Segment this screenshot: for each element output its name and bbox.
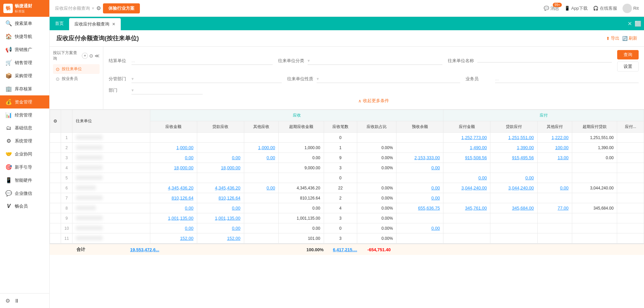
sidebar-item-search[interactable]: 🔍 搜索菜单 [0,17,49,30]
link-cell[interactable]: 1,000.00 [176,145,194,150]
link-cell[interactable]: 13.00 [557,155,569,160]
link-cell[interactable]: 1,251,551.00 [508,135,534,140]
sidebar-item-member[interactable]: V 畅会员 [0,200,49,213]
tab-maximize-icon[interactable]: ⬜ [635,20,641,27]
link-cell[interactable]: 1,000.00 [258,145,275,150]
service-action[interactable]: 🎧 在线客服 [593,5,617,11]
link-cell[interactable]: 1,390.00 [517,145,534,150]
export-icon: ⬆ [606,36,610,41]
unit-category-input[interactable]: ▾ [308,57,442,65]
data-table: ⚙ 往来单位 应收 应付 应收金额 贷款应收 其他应收 超期应收金额 [50,109,644,244]
tab-close-icon[interactable]: ✕ [112,22,115,27]
footer-prepay-balance[interactable]: 6,417,215.... [327,247,361,252]
settings-group-btn[interactable]: ⊙ [89,53,93,58]
link-cell[interactable]: 1,001,135.00 [215,216,240,221]
link-cell[interactable]: 810,126.64 [219,195,240,201]
unit-name-cell [72,223,150,233]
collapse-bar[interactable]: ∧ 收起更多条件 [109,96,639,106]
link-cell[interactable]: 18,000.00 [174,165,194,170]
dept-input[interactable]: ▾ [131,86,203,94]
link-cell[interactable]: 18,000.00 [221,165,240,170]
link-cell[interactable]: 1,490.00 [470,145,487,150]
link-cell[interactable]: 0.00 [232,155,240,160]
sidebar-collapse-icon[interactable]: ⏸ [14,298,19,304]
link-cell[interactable]: 0.00 [232,206,240,211]
link-cell[interactable]: 0.00 [431,226,440,231]
overdue-recv-header: 超期应收金额 [279,121,324,133]
sidebar-item-corp[interactable]: 🤝 企业协同 [0,147,49,161]
sidebar-item-system[interactable]: ⚙ 系统管理 [0,134,49,147]
link-cell[interactable]: 1,252,773.00 [462,135,487,140]
table-settings-icon[interactable]: ⚙ [53,119,57,124]
sidebar-item-operation[interactable]: 📊 经营管理 [0,108,49,122]
settlement-unit-input[interactable]: ... [131,57,273,65]
link-cell[interactable]: 0.00 [267,155,275,160]
tab-query[interactable]: 应收应付余额查询 ✕ [69,18,121,30]
collapse-group-btn[interactable]: ≪ [95,53,100,58]
link-cell[interactable]: 655,636.75 [418,206,440,211]
link-cell[interactable]: 0.00 [478,175,487,180]
sidebar-item-sales[interactable]: 🛒 销售管理 [0,56,49,69]
tab-close-window-icon[interactable]: ✕ [628,20,632,27]
message-action[interactable]: 💬 消息 99+ [544,5,559,11]
query-item-by-unit[interactable]: ⊙ 按往来单位 [53,64,100,74]
filter-row-3: 部门 ▾ [109,86,639,94]
sidebar-settings-icon[interactable]: ⚙ [5,298,10,304]
sidebar-item-inventory[interactable]: 🏢 库存核算 [0,82,49,95]
link-cell[interactable]: 4,345,436.20 [168,185,194,190]
link-cell[interactable]: 810,126.64 [172,195,194,201]
link-cell[interactable]: 0.00 [185,206,193,211]
sidebar-item-finance[interactable]: 💰 资金管理 [0,95,49,108]
header-settings-icon[interactable]: ⚙ [96,5,101,11]
link-cell[interactable]: 0.00 [431,185,440,190]
sidebar-item-nav[interactable]: 🏠 快捷导航 [0,30,49,43]
sidebar-item-guide[interactable]: 🎯 新手引导 [0,161,49,174]
link-cell[interactable]: 3,044,240.00 [462,185,487,190]
link-cell[interactable]: 77.00 [557,206,569,211]
link-cell[interactable]: 0.00 [431,195,440,201]
link-cell[interactable]: 0.00 [185,155,193,160]
link-cell[interactable]: 4,345,436.20 [215,185,240,190]
link-cell[interactable]: 915,495.56 [512,155,534,160]
link-cell[interactable]: 1,001,135.00 [168,216,194,221]
link-cell[interactable]: 100.00 [555,145,569,150]
link-cell[interactable]: 345,761.00 [465,206,487,211]
link-cell[interactable]: 345,684.00 [512,206,534,211]
query-button[interactable]: 查询 [617,50,639,59]
sidebar-item-purchase[interactable]: 📦 采购管理 [0,69,49,82]
link-cell[interactable]: 0.00 [267,185,275,190]
unit-nature-input[interactable]: ▾ [317,75,460,83]
link-cell[interactable]: 915,508.56 [465,155,487,160]
filter-row-2: 分管部门 ▾ 往来单位性质 ▾ 业务员 [109,75,639,83]
export-button[interactable]: ⬆ 导出 [606,35,620,41]
settings-button[interactable]: 设置 [617,61,639,72]
recv-ratio-header: 应收款占比 [357,121,396,133]
query-item-by-staff[interactable]: ⊙ 按业务员 [53,74,100,84]
unit-name-input[interactable] [477,59,612,62]
sidebar-item-basic[interactable]: 🗂 基础信息 [0,122,49,134]
link-cell[interactable]: 0.00 [185,226,193,231]
link-cell[interactable]: 0.00 [431,165,440,170]
link-cell[interactable]: 3,044,240.00 [508,185,534,190]
link-cell[interactable]: 0.00 [232,226,240,231]
tab-home[interactable]: 首页 [50,17,69,30]
user-area[interactable]: Rit [623,4,639,13]
settings-header[interactable]: ⚙ [50,110,61,133]
refresh-button[interactable]: 🔄 刷新 [622,35,637,41]
filter-unit-nature: 往来单位性质 ▾ [287,75,460,83]
dept-manage-input[interactable]: ▾ [131,75,282,83]
link-cell[interactable]: 0.00 [560,185,569,190]
app-download-action[interactable]: 📱 App下载 [565,5,588,11]
link-cell[interactable]: 152.00 [180,236,194,241]
add-group-btn[interactable]: + [82,53,88,59]
link-cell[interactable]: 2,153,333.00 [415,155,440,160]
sidebar-item-wechat[interactable]: 💬 企业微信 [0,187,49,200]
sidebar-item-hardware[interactable]: 📱 智能硬件 [0,174,49,187]
link-cell[interactable]: 152.00 [227,236,240,241]
link-cell[interactable]: 0.00 [525,175,534,180]
footer-recv-amount[interactable]: 19,553,472,6... [127,247,163,252]
salesperson-input[interactable]: ... [495,75,639,83]
solution-button[interactable]: 体验行业方案 [103,3,140,13]
sidebar-item-marketing[interactable]: 📢 营销推广 [0,43,49,56]
link-cell[interactable]: 1,222.00 [551,135,569,140]
